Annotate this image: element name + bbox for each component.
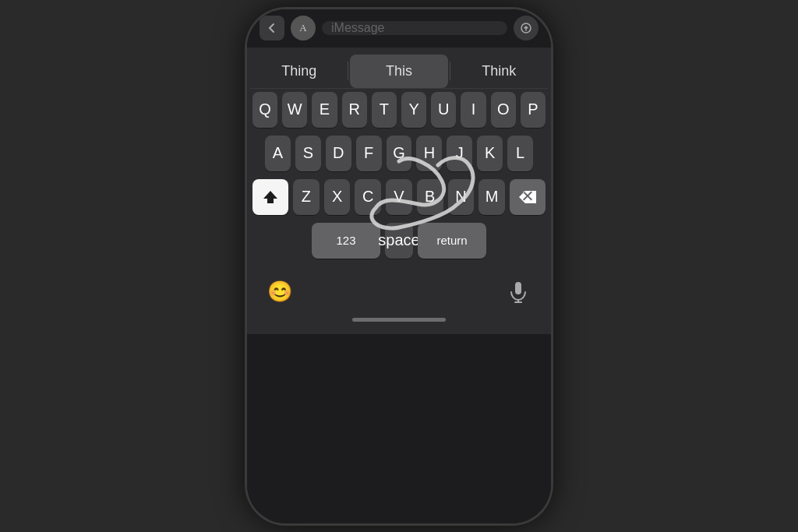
suggestion-this[interactable]: This	[350, 55, 447, 88]
key-t[interactable]: T	[372, 92, 397, 128]
emoji-button[interactable]: 😊	[266, 278, 294, 306]
key-l[interactable]: L	[507, 136, 533, 171]
key-v[interactable]: V	[386, 179, 412, 215]
key-row-2: A S D F G H J K L	[252, 136, 546, 171]
shift-key[interactable]	[252, 179, 288, 215]
autocomplete-bar: Thing This Think	[250, 55, 548, 89]
numbers-key[interactable]: 123	[312, 223, 380, 259]
delete-key[interactable]	[510, 179, 546, 215]
keyboard: Thing This Think Q W E R T Y U I O	[247, 48, 551, 334]
key-row-4: 123 space return	[252, 223, 546, 259]
key-k[interactable]: K	[477, 136, 503, 171]
avatar-icon[interactable]: A	[291, 16, 316, 41]
send-button[interactable]	[514, 16, 538, 41]
key-h[interactable]: H	[416, 136, 442, 171]
key-r[interactable]: R	[342, 92, 367, 128]
top-bar-left: A	[260, 16, 316, 41]
svg-rect-1	[515, 282, 521, 294]
back-icon[interactable]	[260, 16, 284, 41]
key-d[interactable]: D	[326, 136, 351, 171]
suggestion-thing[interactable]: Thing	[250, 55, 348, 88]
key-g[interactable]: G	[387, 136, 412, 171]
key-rows: Q W E R T Y U I O P A S D F G	[250, 92, 548, 259]
microphone-button[interactable]	[504, 278, 532, 306]
key-o[interactable]: O	[491, 92, 516, 128]
key-q[interactable]: Q	[252, 92, 277, 128]
key-w[interactable]: W	[282, 92, 307, 128]
return-key[interactable]: return	[418, 223, 486, 259]
top-bar: A iMessage	[247, 9, 551, 48]
divider-left	[348, 62, 348, 80]
key-m[interactable]: M	[478, 179, 505, 215]
message-placeholder: iMessage	[331, 21, 384, 35]
key-p[interactable]: P	[521, 92, 546, 128]
space-key[interactable]: space	[385, 223, 413, 259]
message-input[interactable]: iMessage	[322, 21, 507, 35]
key-c[interactable]: C	[355, 179, 381, 215]
suggestion-think[interactable]: Think	[450, 55, 548, 88]
key-z[interactable]: Z	[293, 179, 320, 215]
key-i[interactable]: I	[461, 92, 486, 128]
key-a[interactable]: A	[265, 136, 291, 171]
key-u[interactable]: U	[431, 92, 456, 128]
key-row-1: Q W E R T Y U I O P	[252, 92, 546, 128]
key-b[interactable]: B	[417, 179, 443, 215]
key-row-3: Z X C V B N M	[252, 179, 546, 215]
key-j[interactable]: J	[447, 136, 472, 171]
key-x[interactable]: X	[324, 179, 351, 215]
key-n[interactable]: N	[448, 179, 475, 215]
key-y[interactable]: Y	[401, 92, 426, 128]
phone-screen: A iMessage Thing This Think	[247, 9, 551, 523]
key-s[interactable]: S	[295, 136, 321, 171]
key-e[interactable]: E	[312, 92, 337, 128]
keyboard-bottom-bar: 😊	[250, 266, 548, 312]
home-bar	[250, 312, 548, 334]
key-f[interactable]: F	[356, 136, 382, 171]
phone-frame: A iMessage Thing This Think	[247, 9, 551, 523]
home-indicator	[352, 318, 446, 322]
